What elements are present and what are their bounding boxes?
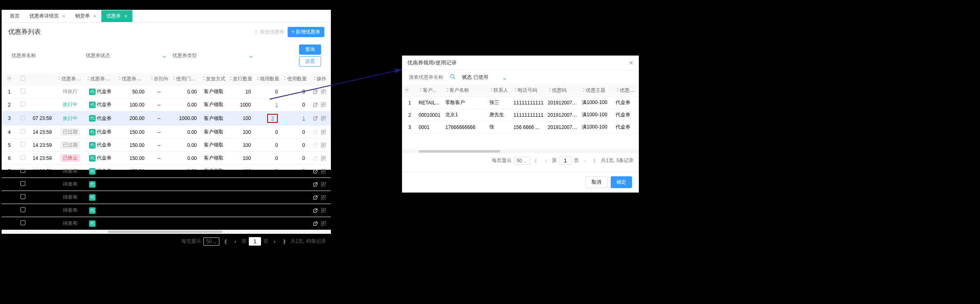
col-header[interactable]: 优惠券面值	[116, 73, 147, 85]
take-count-link[interactable]: 1	[275, 102, 278, 108]
col-header[interactable]: 领用数量	[254, 73, 281, 85]
gear-icon[interactable]	[404, 87, 410, 93]
col-header[interactable]: 发放方式	[200, 73, 227, 85]
per-page-select[interactable]: 50	[203, 237, 219, 246]
col-header[interactable]	[29, 73, 56, 85]
tab-优惠券[interactable]: 优惠券✕	[101, 10, 132, 22]
row-checkbox[interactable]	[20, 129, 25, 134]
share-icon[interactable]	[313, 102, 318, 108]
row-checkbox[interactable]	[20, 155, 25, 160]
add-coupon-button[interactable]: + 新增优惠券	[288, 27, 324, 37]
close-icon[interactable]: ✕	[629, 60, 634, 66]
filter-name-input[interactable]	[38, 52, 79, 60]
last-page-button[interactable]: ⟫	[281, 238, 288, 245]
sort-icon[interactable]	[256, 76, 259, 80]
first-page-button[interactable]: ⟪	[532, 157, 540, 164]
scrollbar-thumb[interactable]	[419, 150, 500, 153]
sort-icon[interactable]	[202, 76, 205, 80]
table-row[interactable]: 1 RETAIL... 零散客户 张三 11111111111 20191200…	[402, 97, 638, 109]
ok-button[interactable]: 确定	[611, 176, 632, 188]
qrcode-icon[interactable]	[321, 102, 326, 108]
tab-优惠券详情页[interactable]: 优惠券详情页✕	[25, 10, 70, 22]
gear-icon[interactable]	[7, 75, 12, 81]
qrcode-icon[interactable]	[321, 142, 326, 148]
table-row[interactable]: 6 14 23:59 已终止 代代金券 150.00 -- 0.00 客户领取 …	[2, 152, 331, 165]
table-row[interactable]: 5 14 23:59 已过期 代代金券 150.00 -- 0.00 客户领取 …	[2, 139, 331, 152]
share-icon[interactable]	[313, 89, 318, 95]
col-header[interactable]: 联系人	[488, 84, 512, 97]
share-icon[interactable]	[313, 115, 318, 121]
col-header[interactable]	[2, 73, 17, 85]
row-checkbox[interactable]	[20, 89, 25, 93]
row-checkbox[interactable]	[20, 181, 25, 186]
sort-icon[interactable]	[150, 76, 153, 80]
qrcode-icon[interactable]	[321, 208, 326, 213]
row-checkbox[interactable]	[20, 115, 25, 120]
sort-icon[interactable]	[616, 88, 619, 92]
close-icon[interactable]: ✕	[93, 14, 96, 18]
prev-page-button[interactable]: ‹	[542, 157, 549, 164]
first-page-button[interactable]: ⟪	[222, 238, 229, 245]
distribute-coupon-link[interactable]: ⇪ 发放优惠券	[254, 29, 284, 36]
col-header[interactable]: 优惠码	[546, 84, 580, 97]
select-all-checkbox[interactable]	[20, 76, 25, 81]
page-input[interactable]	[249, 237, 261, 246]
next-page-button[interactable]: ›	[581, 157, 589, 164]
table-row[interactable]: 10 14 23:59 待发布 代代金券 150.00 -- 0.00 客户领取…	[2, 204, 331, 217]
qrcode-icon[interactable]	[321, 155, 326, 161]
row-checkbox[interactable]	[20, 102, 25, 107]
scrollbar-thumb[interactable]	[108, 231, 222, 233]
table-row[interactable]: 3 0001 17666666666 张 156 6666 ... 201912…	[402, 121, 638, 133]
qrcode-icon[interactable]	[321, 195, 326, 200]
row-checkbox[interactable]	[20, 168, 25, 173]
sort-icon[interactable]	[445, 88, 449, 92]
sort-icon[interactable]	[313, 76, 316, 80]
tab-销货单[interactable]: 销货单✕	[70, 10, 101, 22]
col-header[interactable]: 折扣%	[148, 73, 170, 85]
col-header[interactable]: 客户名称	[444, 84, 487, 97]
query-button[interactable]: 查询	[299, 44, 321, 55]
per-page-select[interactable]: 50	[514, 157, 530, 165]
sort-icon[interactable]	[582, 88, 585, 92]
sort-icon[interactable]	[548, 88, 551, 92]
row-checkbox[interactable]	[20, 194, 25, 199]
close-icon[interactable]: ✕	[124, 14, 127, 18]
table-row[interactable]: 1 待执行 代代金券 50.00 -- 0.00 客户领取 10 0 0	[2, 85, 331, 98]
table-row[interactable]: 9 14 23:59 待发布 代代金券 150.00 -- 0.00 客户领取 …	[2, 191, 331, 204]
sort-icon[interactable]	[419, 88, 422, 92]
tab-首页[interactable]: 首页	[5, 10, 25, 22]
last-page-button[interactable]: ⟫	[591, 157, 598, 164]
sort-icon[interactable]	[283, 76, 286, 80]
filter-type-select[interactable]	[199, 54, 252, 57]
take-count-link[interactable]: 3	[271, 115, 274, 121]
table-row[interactable]: 2 执行中 代代金券 100.00 -- 0.00 客户领取 1000 1 0	[2, 98, 331, 111]
qrcode-icon[interactable]	[321, 129, 326, 135]
qrcode-icon[interactable]	[321, 169, 326, 174]
col-header[interactable]: 优惠券状态	[56, 73, 85, 85]
sort-icon[interactable]	[57, 76, 60, 80]
status-filter-select[interactable]: 已使用	[473, 74, 506, 81]
page-input[interactable]	[559, 156, 571, 165]
col-header[interactable]	[402, 84, 417, 97]
table-row[interactable]: 11 14 23:59 待发布 代代金券 150.00 -- 0.00 客户领取…	[2, 217, 331, 230]
sort-icon[interactable]	[489, 88, 493, 92]
next-page-button[interactable]: ›	[271, 238, 278, 245]
horizontal-scrollbar[interactable]	[2, 230, 331, 233]
col-header[interactable]: 优惠券类	[614, 84, 638, 97]
sort-icon[interactable]	[513, 88, 517, 92]
search-input[interactable]	[407, 73, 448, 81]
sort-icon[interactable]	[229, 76, 232, 80]
table-row[interactable]: 4 14 23:59 已过期 代代金券 150.00 -- 0.00 客户领取 …	[2, 126, 331, 139]
qrcode-icon[interactable]	[321, 221, 326, 226]
col-header[interactable]: 优惠主题	[580, 84, 614, 97]
cancel-button[interactable]: 取消	[585, 176, 607, 188]
col-header[interactable]: 优惠券类型	[85, 73, 116, 85]
prev-page-button[interactable]: ‹	[232, 238, 239, 245]
col-header[interactable]: 电话号码	[512, 84, 546, 97]
sort-icon[interactable]	[86, 76, 89, 80]
qrcode-icon[interactable]	[321, 115, 326, 121]
qrcode-icon[interactable]	[321, 182, 326, 187]
filter-status-select[interactable]	[113, 54, 166, 57]
table-row[interactable]: 7 14 23:59 待发布 代代金券 150.00 -- 0.00 客户领取 …	[2, 165, 331, 178]
sort-icon[interactable]	[118, 76, 121, 80]
